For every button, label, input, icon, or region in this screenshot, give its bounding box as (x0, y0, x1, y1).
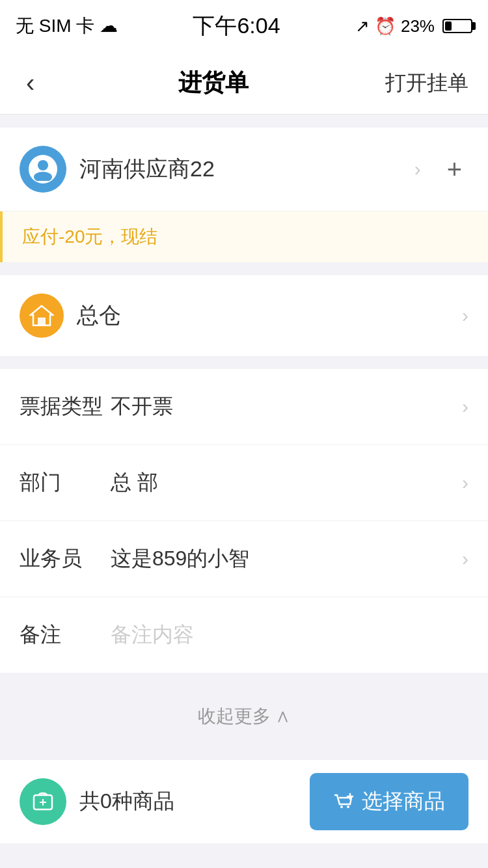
content-area: 河南供应商22 › + 应付-20元，现结 总仓 › 票据类型 不开票 › 部门 (0, 115, 488, 868)
product-icon-wrap (20, 778, 66, 825)
supplier-row[interactable]: 河南供应商22 › + (0, 128, 488, 211)
form-section: 票据类型 不开票 › 部门 总 部 › 业务员 这是859的小智 › 备注 备注… (0, 369, 488, 673)
dept-row[interactable]: 部门 总 部 › (0, 445, 488, 521)
svg-point-1 (34, 172, 52, 181)
invoice-chevron-icon: › (462, 396, 468, 418)
location-icon: ↗ (355, 16, 370, 36)
remark-row[interactable]: 备注 备注内容 (0, 597, 488, 673)
sim-label: 无 SIM 卡 ☁ (16, 14, 118, 38)
notice-bar: 应付-20元，现结 (0, 211, 488, 262)
sales-label: 业务员 (20, 545, 111, 573)
nav-bar: ‹ 进货单 打开挂单 (0, 52, 488, 115)
page-title: 进货单 (178, 67, 249, 99)
status-time: 下午6:04 (193, 11, 280, 41)
warehouse-name: 总仓 (77, 301, 462, 331)
warehouse-chevron-icon: › (462, 305, 468, 327)
remark-label: 备注 (20, 621, 111, 649)
warehouse-row[interactable]: 总仓 › (0, 275, 488, 356)
dept-label: 部门 (20, 468, 111, 497)
supplier-name: 河南供应商22 (79, 154, 414, 184)
product-icon (30, 789, 56, 815)
house-icon (29, 303, 54, 328)
status-right: ↗ ⏰ 23% (355, 16, 472, 36)
avatar-icon (29, 155, 57, 183)
supplier-chevron-icon: › (414, 158, 421, 180)
warehouse-icon (20, 293, 64, 338)
svg-rect-3 (38, 318, 46, 325)
battery-icon (442, 19, 472, 33)
battery-percent: 23% (401, 16, 435, 36)
collapse-bar[interactable]: 收起更多 ∧ (0, 686, 488, 747)
bottom-bar: 共0种商品 选择商品 (0, 760, 488, 843)
alarm-icon: ⏰ (375, 16, 396, 36)
sales-row[interactable]: 业务员 这是859的小智 › (0, 521, 488, 597)
page-background (0, 843, 488, 868)
remark-input[interactable]: 备注内容 (111, 621, 468, 649)
dept-chevron-icon: › (462, 472, 468, 494)
select-product-button[interactable]: 选择商品 (310, 773, 468, 830)
status-left: 无 SIM 卡 ☁ (16, 14, 118, 38)
avatar (20, 146, 66, 193)
invoice-row[interactable]: 票据类型 不开票 › (0, 369, 488, 445)
person-icon (31, 157, 55, 181)
back-button[interactable]: ‹ (20, 62, 41, 104)
sales-chevron-icon: › (462, 548, 468, 570)
notice-text: 应付-20元，现结 (22, 226, 157, 247)
supplier-card: 河南供应商22 › + 应付-20元，现结 (0, 128, 488, 262)
svg-point-7 (340, 806, 343, 808)
dept-value: 总 部 (111, 468, 462, 497)
svg-point-0 (38, 160, 48, 170)
svg-point-8 (347, 806, 349, 808)
status-bar: 无 SIM 卡 ☁ 下午6:04 ↗ ⏰ 23% (0, 0, 488, 52)
select-product-label: 选择商品 (362, 787, 445, 816)
sales-value: 这是859的小智 (111, 545, 462, 573)
open-pending-button[interactable]: 打开挂单 (385, 69, 468, 98)
invoice-label: 票据类型 (20, 392, 111, 421)
add-button[interactable]: + (441, 155, 468, 184)
collapse-label: 收起更多 ∧ (198, 706, 291, 726)
invoice-value: 不开票 (111, 392, 462, 421)
supplier-actions: › + (414, 155, 468, 184)
cart-add-icon (333, 791, 354, 812)
product-count: 共0种商品 (79, 787, 297, 816)
